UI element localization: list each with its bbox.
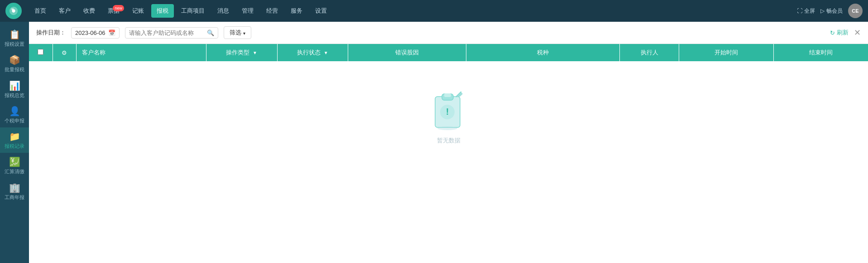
date-picker[interactable]: 2023-06-06 📅 bbox=[71, 27, 120, 39]
th-error: 错误股因 bbox=[348, 44, 466, 61]
nav-item-报税[interactable]: 报税 bbox=[151, 4, 174, 18]
sidebar-label-批量报税: 批量报税 bbox=[5, 66, 24, 73]
select-all-checkbox[interactable] bbox=[38, 49, 43, 55]
sort-status-icon: ▼ bbox=[324, 50, 328, 55]
nav-item-服务[interactable]: 服务 bbox=[285, 4, 308, 18]
member-label: 畅会员 bbox=[826, 7, 843, 15]
th-tax-type: 税种 bbox=[466, 44, 620, 61]
th-start-time: 开始时间 bbox=[679, 44, 773, 61]
th-settings: ⚙ bbox=[53, 44, 76, 61]
date-label: 操作日期： bbox=[36, 29, 66, 37]
data-table: ⚙ 客户名称 操作类型 ▼ 执行状态 ▼ bbox=[29, 44, 868, 61]
nav-item-票据[interactable]: 票据new bbox=[102, 4, 125, 18]
sidebar-icon-工商年报: 🏢 bbox=[9, 183, 20, 192]
empty-illustration: ! bbox=[428, 88, 469, 129]
top-navigation: 首页客户收费票据new记账报税工商项目消息管理经营服务设置 ⛶ 全屏 ▷ 畅会员… bbox=[0, 0, 868, 22]
refresh-label: 刷新 bbox=[837, 29, 849, 37]
sidebar: 📋报税设置📦批量报税📊报税总览👤个税申报📁报税记录💹汇算清缴🏢工商年报 bbox=[0, 22, 29, 263]
filter-button[interactable]: 筛选 bbox=[224, 26, 251, 39]
date-value: 2023-06-06 bbox=[75, 29, 106, 36]
empty-state: ! 暂无数据 bbox=[29, 61, 868, 172]
th-checkbox bbox=[29, 44, 53, 61]
main-layout: 📋报税设置📦批量报税📊报税总览👤个税申报📁报税记录💹汇算清缴🏢工商年报 操作日期… bbox=[0, 22, 868, 263]
sidebar-icon-个税申报: 👤 bbox=[9, 107, 20, 116]
th-name-label: 客户名称 bbox=[82, 49, 106, 56]
nav-item-设置[interactable]: 设置 bbox=[310, 4, 332, 18]
th-end-label: 结束时间 bbox=[809, 49, 833, 56]
th-error-label: 错误股因 bbox=[395, 49, 419, 56]
svg-rect-2 bbox=[444, 93, 451, 97]
sidebar-label-汇算清缴: 汇算清缴 bbox=[5, 168, 24, 175]
chevron-down-icon bbox=[243, 29, 245, 36]
th-start-label: 开始时间 bbox=[715, 49, 738, 56]
sidebar-item-批量报税[interactable]: 📦批量报税 bbox=[0, 51, 29, 76]
calendar-icon: 📅 bbox=[108, 29, 115, 36]
sidebar-label-报税记录: 报税记录 bbox=[5, 143, 24, 149]
play-icon: ▷ bbox=[820, 8, 825, 14]
nav-right: ⛶ 全屏 ▷ 畅会员 CE bbox=[797, 4, 863, 18]
sort-op-type-icon: ▼ bbox=[253, 50, 257, 55]
nav-item-经营[interactable]: 经营 bbox=[261, 4, 283, 18]
th-executor-label: 执行人 bbox=[641, 49, 658, 56]
th-status[interactable]: 执行状态 ▼ bbox=[277, 44, 348, 61]
app-logo[interactable] bbox=[5, 3, 22, 19]
sidebar-icon-报税设置: 📋 bbox=[9, 30, 20, 39]
empty-text: 暂无数据 bbox=[437, 136, 460, 145]
sidebar-label-个税申报: 个税申报 bbox=[5, 117, 24, 124]
search-input[interactable] bbox=[129, 29, 205, 36]
sidebar-icon-批量报税: 📦 bbox=[9, 55, 20, 64]
refresh-icon: ↻ bbox=[830, 29, 835, 36]
member-button[interactable]: ▷ 畅会员 bbox=[820, 7, 843, 15]
th-status-label: 执行状态 bbox=[297, 49, 321, 56]
content-area: 操作日期： 2023-06-06 📅 🔍 筛选 ↻ 刷新 ✕ bbox=[29, 22, 868, 263]
svg-point-7 bbox=[437, 127, 457, 130]
toolbar-right: ↻ 刷新 ✕ bbox=[830, 28, 861, 38]
sidebar-item-报税记录[interactable]: 📁报税记录 bbox=[0, 127, 29, 153]
sidebar-icon-汇算清缴: 💹 bbox=[9, 157, 20, 166]
close-button[interactable]: ✕ bbox=[854, 28, 861, 38]
search-box: 🔍 bbox=[125, 27, 218, 39]
filter-label: 筛选 bbox=[230, 29, 241, 37]
nav-item-客户[interactable]: 客户 bbox=[53, 4, 76, 18]
user-avatar[interactable]: CE bbox=[848, 4, 863, 18]
fullscreen-icon: ⛶ bbox=[797, 8, 802, 14]
nav-menu: 首页客户收费票据new记账报税工商项目消息管理经营服务设置 bbox=[29, 4, 797, 18]
nav-item-管理[interactable]: 管理 bbox=[236, 4, 259, 18]
sidebar-label-工商年报: 工商年报 bbox=[5, 194, 24, 200]
th-tax-label: 税种 bbox=[537, 49, 549, 56]
nav-item-记账[interactable]: 记账 bbox=[127, 4, 149, 18]
svg-text:!: ! bbox=[446, 107, 449, 117]
table-header-row: ⚙ 客户名称 操作类型 ▼ 执行状态 ▼ bbox=[29, 44, 868, 61]
th-end-time: 结束时间 bbox=[773, 44, 868, 61]
user-initial: CE bbox=[852, 8, 858, 14]
search-icon[interactable]: 🔍 bbox=[207, 29, 214, 36]
sidebar-item-工商年报[interactable]: 🏢工商年报 bbox=[0, 179, 29, 204]
sidebar-label-报税设置: 报税设置 bbox=[5, 41, 24, 47]
sidebar-label-报税总览: 报税总览 bbox=[5, 92, 24, 98]
settings-icon[interactable]: ⚙ bbox=[62, 49, 67, 56]
fullscreen-label: 全屏 bbox=[804, 7, 815, 15]
sidebar-item-报税设置[interactable]: 📋报税设置 bbox=[0, 25, 29, 51]
th-op-type-label: 操作类型 bbox=[226, 49, 249, 56]
table-container: ⚙ 客户名称 操作类型 ▼ 执行状态 ▼ bbox=[29, 44, 868, 263]
sidebar-icon-报税记录: 📁 bbox=[9, 132, 20, 141]
sidebar-item-个税申报[interactable]: 👤个税申报 bbox=[0, 102, 29, 127]
nav-item-消息[interactable]: 消息 bbox=[212, 4, 235, 18]
nav-item-收费[interactable]: 收费 bbox=[78, 4, 101, 18]
nav-item-工商项目[interactable]: 工商项目 bbox=[176, 4, 210, 18]
fullscreen-button[interactable]: ⛶ 全屏 bbox=[797, 7, 815, 15]
refresh-button[interactable]: ↻ 刷新 bbox=[830, 29, 849, 37]
sidebar-item-汇算清缴[interactable]: 💹汇算清缴 bbox=[0, 153, 29, 178]
nav-badge-票据: new bbox=[113, 5, 124, 11]
toolbar: 操作日期： 2023-06-06 📅 🔍 筛选 ↻ 刷新 ✕ bbox=[29, 22, 868, 44]
th-op-type[interactable]: 操作类型 ▼ bbox=[206, 44, 277, 61]
th-client-name: 客户名称 bbox=[76, 44, 206, 61]
sidebar-item-报税总览[interactable]: 📊报税总览 bbox=[0, 77, 29, 102]
nav-item-首页[interactable]: 首页 bbox=[29, 4, 52, 18]
th-executor: 执行人 bbox=[620, 44, 679, 61]
sidebar-icon-报税总览: 📊 bbox=[9, 81, 20, 90]
